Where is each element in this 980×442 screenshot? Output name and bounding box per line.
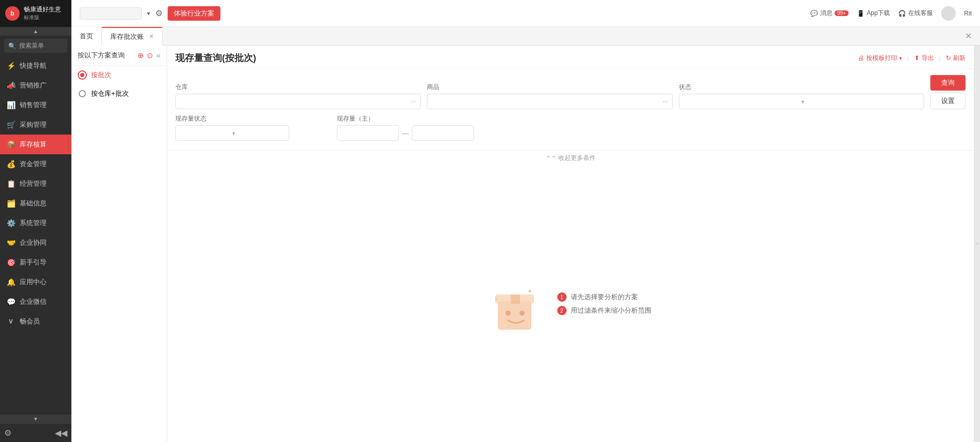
scheme-collapse-icon[interactable]: « [156, 51, 160, 60]
warehouse-input-wrap[interactable]: ··· [175, 94, 421, 109]
empty-state: ✦ ✦ 1 请先选择要分析的方案 2 用过滤条件来缩小分析范围 [167, 166, 974, 442]
scheme-settings-icon[interactable]: ⊙ [147, 51, 153, 60]
app-download-action[interactable]: 📱 App下载 [857, 9, 890, 18]
scheme-header-icons: ⊕ ⊙ « [138, 51, 160, 60]
topbar-dropdown-icon[interactable]: ▾ [147, 10, 150, 17]
scheme-panel: 按以下方案查询 ⊕ ⊙ « 按批次 按仓库 [71, 46, 167, 442]
collapse-sidebar-icon[interactable]: ◀◀ [55, 428, 67, 438]
sidebar-header: b 畅康通好生意 标准版 [0, 0, 71, 27]
status-select[interactable]: ▾ [679, 94, 924, 109]
sidebar-item-enterprise[interactable]: 🤝 企业协同 [0, 233, 71, 253]
sidebar-item-member[interactable]: V 畅会员 [0, 312, 71, 331]
stock-qty-from-input[interactable] [341, 129, 394, 137]
sidebar-item-appstore[interactable]: 🔔 应用中心 [0, 272, 71, 292]
stock-qty-to-wrap[interactable] [412, 125, 474, 141]
chevron-up-icon: ⌃⌃ [546, 155, 556, 162]
scheme-item-batch[interactable]: 按批次 [71, 66, 167, 84]
trial-button[interactable]: 体验行业方案 [168, 6, 220, 21]
inventory-icon: 📦 [6, 140, 16, 149]
stock-status-label: 现存量状态 [175, 114, 331, 123]
sidebar-item-label: 库存核算 [20, 140, 47, 149]
tab-home-label: 首页 [80, 32, 93, 41]
sidebar-item-finance[interactable]: 💰 资金管理 [0, 154, 71, 174]
status-chevron-icon: ▾ [801, 99, 919, 105]
tab-close-icon[interactable]: ✕ [149, 33, 154, 40]
sidebar-item-label: 快捷导航 [20, 61, 47, 70]
sidebar-nav: ⚡ 快捷导航 📣 营销推广 📊 销售管理 🛒 采购管理 📦 库存核算 💰 资金管… [0, 56, 71, 415]
sidebar-item-label: 营销推广 [20, 81, 47, 90]
svg-text:✦: ✦ [527, 288, 532, 295]
empty-tip-1: 1 请先选择要分析的方案 [557, 292, 651, 302]
shortcut-icon: ⚡ [6, 61, 16, 70]
newbie-icon: 🎯 [6, 258, 16, 267]
right-panel-handle[interactable]: › [974, 46, 980, 442]
stock-qty-to-input[interactable] [417, 129, 469, 137]
scheme-warehouse-batch-label: 按仓库+批次 [91, 89, 129, 98]
filter-warehouse: 仓库 ··· [175, 83, 421, 109]
export-button[interactable]: ⬆ 导出 [914, 54, 934, 63]
topbar-search-input[interactable] [80, 7, 142, 20]
scheme-batch-label: 按批次 [91, 70, 111, 80]
topbar-gear-icon[interactable]: ⚙ [155, 8, 162, 18]
product-input-wrap[interactable]: ··· [427, 94, 672, 109]
settings-button[interactable]: 设置 [930, 93, 966, 109]
marketing-icon: 📣 [6, 81, 16, 90]
svg-rect-0 [498, 301, 531, 330]
collapse-bar[interactable]: ⌃⌃ 收起更多条件 [167, 150, 974, 166]
sidebar-item-operation[interactable]: 📋 经营管理 [0, 174, 71, 194]
message-action[interactable]: 💬 消息 99+ [810, 9, 849, 18]
sidebar-item-marketing[interactable]: 📣 营销推广 [0, 76, 71, 95]
scheme-header-title: 按以下方案查询 [78, 51, 125, 60]
print-dropdown-icon: ▾ [899, 55, 902, 61]
page-body: 按以下方案查询 ⊕ ⊙ « 按批次 按仓库 [71, 46, 980, 442]
finance-icon: 💰 [6, 159, 16, 169]
avatar[interactable] [941, 6, 956, 21]
empty-illustration: ✦ ✦ [490, 278, 542, 330]
scroll-down-arrow[interactable]: ▼ [0, 415, 71, 423]
stock-status-select[interactable]: ▾ [175, 125, 289, 141]
system-icon: ⚙️ [6, 218, 16, 228]
sidebar-item-sales[interactable]: 📊 销售管理 [0, 95, 71, 115]
search-icon: 🔍 [8, 42, 16, 50]
product-input[interactable] [432, 98, 660, 105]
tab-batch[interactable]: 库存批次账 ✕ [102, 27, 162, 46]
sidebar-item-label: 企业协同 [20, 238, 47, 247]
svg-text:✦: ✦ [494, 297, 498, 302]
settings-icon[interactable]: ⚙ [4, 428, 11, 438]
sidebar-item-basic[interactable]: 🗂️ 基础信息 [0, 194, 71, 213]
tab-home[interactable]: 首页 [71, 27, 102, 46]
refresh-button[interactable]: ↻ 刷新 [946, 54, 966, 63]
tip-text-2: 用过滤条件来缩小分析范围 [571, 306, 651, 315]
sidebar-search[interactable]: 🔍 搜索菜单 [4, 39, 67, 53]
scroll-up-arrow[interactable]: ▲ [0, 27, 71, 36]
filter-stock-qty: 现存量（主） — [337, 114, 966, 141]
product-more-icon[interactable]: ··· [663, 98, 668, 105]
basic-icon: 🗂️ [6, 199, 16, 208]
tab-panel-close-icon[interactable]: ✕ [957, 31, 980, 41]
query-button[interactable]: 查询 [930, 75, 966, 91]
add-scheme-icon[interactable]: ⊕ [138, 51, 144, 60]
warehouse-more-icon[interactable]: ··· [411, 98, 416, 105]
sidebar-item-newbie[interactable]: 🎯 新手引导 [0, 253, 71, 272]
sidebar-item-inventory[interactable]: 📦 库存核算 [0, 135, 71, 154]
sidebar-item-wechat[interactable]: 💬 企业微信 [0, 292, 71, 312]
company-info: 畅康通好生意 标准版 [24, 6, 61, 21]
sidebar-item-label: 畅会员 [20, 317, 40, 326]
warehouse-input[interactable] [180, 98, 409, 105]
sidebar-item-purchase[interactable]: 🛒 采购管理 [0, 115, 71, 135]
sidebar-item-shortcut[interactable]: ⚡ 快捷导航 [0, 56, 71, 76]
sidebar-item-label: 资金管理 [20, 159, 47, 169]
wechat-icon: 💬 [6, 297, 16, 306]
sidebar-item-system[interactable]: ⚙️ 系统管理 [0, 213, 71, 233]
stock-qty-from-wrap[interactable] [337, 125, 399, 141]
page-header: 现存量查询(按批次) 🖨 按模板打印 ▾ | ⬆ 导出 | ↻ [167, 46, 974, 69]
header-divider-2: | [939, 54, 941, 62]
print-button[interactable]: 🖨 按模板打印 ▾ [858, 54, 902, 63]
online-service-label: 在线客服 [908, 9, 933, 18]
sidebar-item-label: 销售管理 [20, 100, 47, 110]
enterprise-icon: 🤝 [6, 238, 16, 247]
print-label: 按模板打印 [866, 54, 897, 63]
scheme-item-warehouse-batch[interactable]: 按仓库+批次 [71, 84, 167, 103]
online-service-action[interactable]: 🎧 在线客服 [898, 9, 933, 18]
message-badge: 99+ [835, 10, 849, 16]
